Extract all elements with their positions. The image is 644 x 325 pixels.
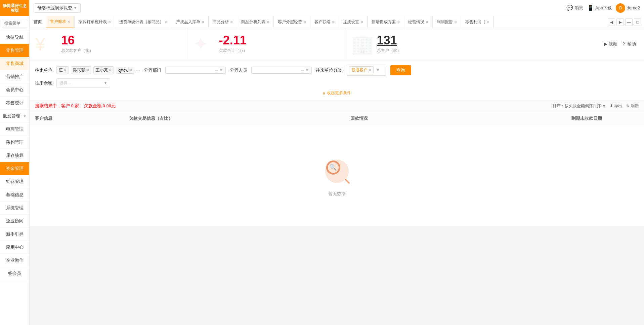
tab-home[interactable]: 首页 — [30, 16, 46, 28]
refresh-button[interactable]: ↻ 刷新 — [626, 103, 639, 109]
unit-tag-cjttcw: cjttcw ✕ — [116, 67, 134, 74]
total-info: 131 总客户（家） — [377, 34, 401, 53]
tab-customer-contact[interactable]: 客户联络 ✕ — [310, 16, 339, 28]
sidebar-item-system[interactable]: 系统管理 — [0, 202, 29, 215]
sidebar-item-new-guide[interactable]: 新手引导 — [0, 228, 29, 241]
tab-purchase-order[interactable]: 采购订单统计表 ✕ — [75, 16, 115, 28]
tab-new-promotion[interactable]: 新增提成方案 ✕ — [368, 16, 404, 28]
store-name: 母婴行业演示账套 — [37, 5, 72, 11]
unit-class-tag-common: 普通客户 ✕ — [349, 66, 374, 74]
sidebar-item-quick-nav[interactable]: 快捷导航 — [0, 31, 29, 44]
balance-select[interactable]: 选择... ▼ — [56, 78, 110, 87]
video-button[interactable]: ▶ 视频 — [604, 41, 617, 47]
unit-tag-wang-close[interactable]: ✕ — [109, 68, 112, 72]
tab-scroll-right[interactable]: ▶ — [616, 19, 624, 26]
tab-customer-book[interactable]: 客户账本 ✕ — [46, 16, 75, 28]
collapse-row: ∧ 收起更多条件 — [35, 90, 639, 96]
tab-maximize[interactable]: □ — [634, 19, 641, 26]
tab-close-customer-contact[interactable]: ✕ — [332, 20, 335, 24]
person-label: 分管人员 — [230, 67, 247, 73]
unit-class-tag-close[interactable]: ✕ — [369, 68, 371, 72]
tab-close-product-list[interactable]: ✕ — [267, 20, 269, 24]
query-button[interactable]: 查询 — [390, 65, 411, 75]
tab-purchase-stats[interactable]: 进货单统计表（按商品） ✕ — [115, 16, 172, 28]
tab-close-cost-inbound[interactable]: ✕ — [202, 20, 204, 24]
sort-select[interactable]: 排序：按欠款金额倒序排序 ▼ — [553, 103, 606, 109]
tab-close-profit-report[interactable]: ✕ — [454, 20, 457, 24]
unit-tag-chen-close[interactable]: ✕ — [86, 68, 89, 72]
help-button[interactable]: ？ 帮助 — [621, 41, 636, 47]
sidebar-item-operation[interactable]: 经营管理 — [0, 175, 29, 188]
tab-close-promotion-settings[interactable]: ✕ — [360, 20, 363, 24]
tab-product-list[interactable]: 商品分析列表 ✕ — [237, 16, 274, 28]
app-download-button[interactable]: 📱 App下载 — [587, 5, 612, 11]
person-arrow-icon: ▼ — [305, 68, 309, 72]
unit-tag-wu-close[interactable]: ✕ — [64, 68, 67, 72]
sidebar-item-retail-stats[interactable]: 零售统计 — [0, 97, 29, 110]
tab-close-purchase-stats[interactable]: ✕ — [165, 20, 168, 24]
tab-product-analysis[interactable]: 商品分析 ✕ — [209, 16, 237, 28]
tab-close-operation-status[interactable]: ✕ — [426, 20, 428, 24]
message-icon: 💬 — [566, 5, 573, 11]
unit-tag-cjttcw-close[interactable]: ✕ — [129, 68, 132, 72]
tab-cost-inbound[interactable]: 产成品入库单 ✕ — [172, 16, 209, 28]
balance-arrow-icon: ▼ — [104, 81, 107, 85]
tab-close-new-promotion[interactable]: ✕ — [397, 20, 400, 24]
tab-promotion-settings[interactable]: 提成设置 ✕ — [339, 16, 368, 28]
tab-close-purchase-order[interactable]: ✕ — [108, 20, 111, 24]
sidebar-item-enterprise[interactable]: 企业协同 — [0, 215, 29, 228]
tab-close-retail-profit[interactable]: ✕ — [487, 20, 489, 24]
dept-select-more-icon: ··· — [215, 68, 218, 72]
collapse-button[interactable]: ∧ 收起更多条件 — [323, 90, 351, 96]
tab-customer-segment[interactable]: 客户分层经营 ✕ — [274, 16, 310, 28]
unit-tags-more[interactable]: ··· — [136, 68, 140, 73]
message-button[interactable]: 💬 消息 — [566, 5, 583, 11]
sidebar-item-inventory[interactable]: 库存核算 — [0, 149, 29, 162]
stat-debt: ✦ -2.11 欠款合计（万） — [187, 28, 345, 60]
tab-retail-profit[interactable]: 零售利润（ ✕ — [461, 16, 494, 28]
tab-minimize[interactable]: — — [625, 19, 633, 26]
store-selector[interactable]: 母婴行业演示账套 ▼ — [34, 3, 81, 13]
total-label: 总客户（家） — [377, 48, 401, 53]
tab-operation-status[interactable]: 经营情况 ✕ — [404, 16, 433, 28]
unit-class-tags: 普通客户 ✕ — [349, 66, 374, 74]
person-select[interactable]: ··· ▼ — [251, 67, 312, 74]
dept-select[interactable]: ··· ▼ — [165, 67, 226, 74]
sidebar: 畅捷通好生意 标版 搜索菜单 快捷导航 零售管理 零售商城 营销推广 会员中心 … — [0, 0, 30, 325]
result-text: 搜索结果中，客户 0 家 欠款金额 0.00元 — [35, 103, 116, 109]
refresh-icon: ↻ — [626, 104, 630, 108]
sidebar-item-finance[interactable]: 资金管理 — [0, 162, 29, 175]
col-customer-info: 客户信息 — [35, 115, 129, 121]
customers-label: 总欠款客户（家） — [61, 48, 93, 53]
sidebar-item-enterprise-wechat[interactable]: 企业微信 — [0, 254, 29, 267]
user-profile[interactable]: D demo2 — [616, 3, 640, 13]
customers-bg-icon: ¥ — [35, 33, 45, 55]
search-menu-button[interactable]: 搜索菜单 — [2, 19, 27, 28]
unit-class-select[interactable]: 普通客户 ✕ ▼ — [346, 65, 386, 76]
avatar: D — [616, 3, 625, 13]
tab-close-customer-segment[interactable]: ✕ — [303, 20, 306, 24]
tabbar-controls: ◀ ▶ — □ — [605, 19, 644, 26]
content: ¥ 16 总欠款客户（家） ✦ -2.11 欠款合计（万） 🏢 131 — [30, 28, 644, 325]
sidebar-item-vip[interactable]: 畅会员 — [0, 267, 29, 280]
sidebar-item-purchase[interactable]: 采购管理 — [0, 136, 29, 149]
tab-scroll-left[interactable]: ◀ — [608, 19, 615, 26]
tab-close-customer-book[interactable]: ✕ — [68, 20, 70, 24]
sidebar-item-retail-mall[interactable]: 零售商城 — [0, 57, 29, 70]
sidebar-item-member[interactable]: 会员中心 — [0, 83, 29, 97]
collapse-up-icon: ∧ — [323, 91, 326, 96]
sidebar-item-ecommerce[interactable]: 电商管理 — [0, 123, 29, 136]
sidebar-item-marketing[interactable]: 营销推广 — [0, 70, 29, 83]
unit-tag-wu: 伍 ✕ — [56, 66, 69, 74]
unit-tag-chen: 陈民强 ✕ — [71, 66, 91, 74]
col-repayment: 回款情况 — [350, 115, 572, 121]
tab-close-product-analysis[interactable]: ✕ — [230, 20, 233, 24]
debt-label: 欠款合计（万） — [219, 48, 247, 53]
sidebar-item-retail-mgmt[interactable]: 零售管理 — [0, 44, 29, 57]
tab-profit-report[interactable]: 利润报告 ✕ — [433, 16, 461, 28]
export-button[interactable]: ⬇ 导出 — [610, 103, 622, 109]
sidebar-item-wholesale[interactable]: 批发管理 ▼ — [0, 110, 29, 123]
sidebar-item-app-center[interactable]: 应用中心 — [0, 241, 29, 254]
unit-tags: 伍 ✕ 陈民强 ✕ 王小亮 ✕ cjttcw ✕ ··· — [56, 66, 140, 74]
sidebar-item-basic-info[interactable]: 基础信息 — [0, 188, 29, 202]
